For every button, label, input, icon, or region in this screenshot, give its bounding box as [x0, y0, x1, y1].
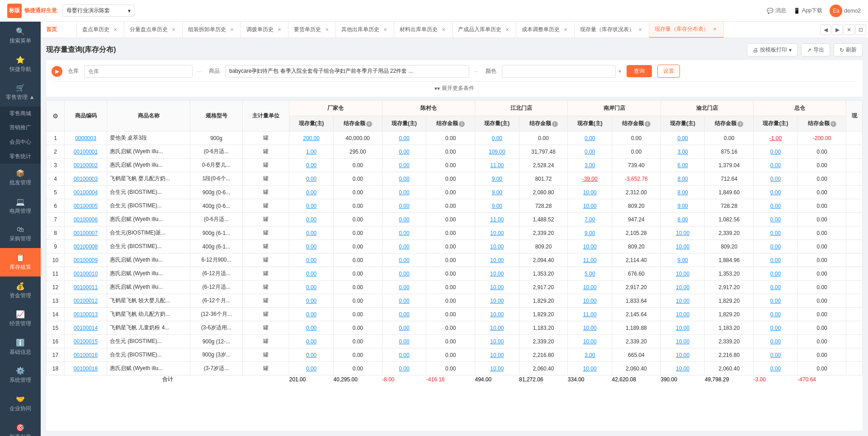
tab-prev-btn[interactable]: ◀	[820, 24, 831, 35]
row-code[interactable]: 00100002	[65, 159, 107, 172]
row-na-qty[interactable]: 0.00	[568, 131, 612, 145]
row-fj-qty[interactable]: 0.00	[289, 159, 334, 172]
row-jb-qty[interactable]: 10.00	[475, 294, 519, 308]
sidebar-item-search[interactable]: 🔍 搜索英单	[0, 22, 41, 50]
refresh-btn[interactable]: ↻ 刷新	[834, 43, 863, 56]
row-fj-qty[interactable]: 0.00	[289, 348, 334, 362]
tab-transfer[interactable]: 调拨单历史 ✕	[241, 22, 288, 38]
app-download-btn[interactable]: 📱 App下载	[793, 7, 822, 14]
info-zc-icon[interactable]: i	[830, 121, 836, 127]
row-jb-qty[interactable]: 0.00	[475, 131, 519, 145]
warehouse-dots[interactable]: ···	[195, 68, 203, 75]
row-cc-qty[interactable]: 0.00	[382, 267, 426, 281]
row-yb-qty[interactable]: 10.00	[660, 267, 705, 281]
row-yb-qty[interactable]: 10.00	[660, 362, 705, 375]
row-jb-qty[interactable]: 10.00	[475, 253, 519, 267]
tab-menu-btn[interactable]: ⊡	[855, 24, 866, 35]
tab-close-icon[interactable]: ✕	[637, 27, 643, 33]
sidebar-item-finance[interactable]: 💰 资金管理	[0, 277, 41, 305]
export-btn[interactable]: ↗ 导出	[801, 43, 830, 56]
row-cc-qty[interactable]: 0.00	[382, 308, 426, 321]
info-na-icon[interactable]: i	[645, 121, 651, 127]
row-cc-qty[interactable]: 0.00	[382, 131, 426, 145]
row-code[interactable]: 00100008	[65, 240, 107, 253]
row-cc-qty[interactable]: 0.00	[382, 294, 426, 308]
row-yb-qty[interactable]: 10.00	[660, 240, 705, 253]
filter-expand-row[interactable]: ▾▾ 展开更多条件	[52, 81, 857, 92]
row-jb-qty[interactable]: 10.00	[475, 267, 519, 281]
row-jb-qty[interactable]: 10.00	[475, 335, 519, 348]
row-yb-qty[interactable]: 3.00	[660, 145, 705, 159]
tab-close-icon[interactable]: ✕	[382, 27, 388, 33]
tab-split-count[interactable]: 分量盘点单历史 ✕	[124, 22, 183, 38]
search-btn[interactable]: 查询	[627, 65, 652, 77]
row-cc-qty[interactable]: 0.00	[382, 213, 426, 226]
row-na-qty[interactable]: 0.00	[568, 145, 612, 159]
sidebar-item-ops[interactable]: 📈 经营管理	[0, 305, 41, 333]
row-na-qty[interactable]: 10.00	[568, 240, 612, 253]
row-jb-qty[interactable]: 10.00	[475, 240, 519, 253]
row-yb-qty[interactable]: 8.00	[660, 186, 705, 199]
row-cc-qty[interactable]: 0.00	[382, 186, 426, 199]
row-code[interactable]: 00100010	[65, 267, 107, 281]
tab-assembly[interactable]: 组装拆卸单历史 ✕	[183, 22, 241, 38]
settings-icon[interactable]: ⚙	[52, 113, 58, 120]
tab-close-all-btn[interactable]: ✕	[844, 24, 854, 35]
row-yb-qty[interactable]: 6.00	[660, 159, 705, 172]
row-yb-qty[interactable]: 9.00	[660, 253, 705, 267]
row-zc-qty[interactable]: 0.00	[754, 348, 798, 362]
row-jb-qty[interactable]: 9.00	[475, 172, 519, 186]
tab-home[interactable]: 首页	[41, 22, 77, 38]
row-cc-qty[interactable]: 0.00	[382, 240, 426, 253]
tab-close-icon[interactable]: ✕	[229, 27, 235, 33]
goods-dots[interactable]: ···	[472, 68, 480, 75]
row-jb-qty[interactable]: 10.00	[475, 308, 519, 321]
tab-close-icon[interactable]: ✕	[712, 26, 718, 33]
tab-other-out[interactable]: 其他出库单历史 ✕	[336, 22, 394, 38]
row-fj-qty[interactable]: 0.00	[289, 321, 334, 335]
row-code[interactable]: 00100012	[65, 294, 107, 308]
row-fj-qty[interactable]: 200.00	[289, 131, 334, 145]
sidebar-item-ecommerce[interactable]: 💻 电商管理	[0, 192, 41, 220]
sidebar-item-retail-stat[interactable]: 零售统计	[0, 150, 41, 164]
row-cc-qty[interactable]: 0.00	[382, 199, 426, 213]
row-code[interactable]: 00100003	[65, 172, 107, 186]
row-zc-qty[interactable]: 0.00	[754, 308, 798, 321]
tab-close-icon[interactable]: ✕	[562, 27, 569, 33]
row-jb-qty[interactable]: 11.00	[475, 213, 519, 226]
row-fj-qty[interactable]: 0.00	[289, 226, 334, 240]
row-na-qty[interactable]: 10.00	[568, 321, 612, 335]
row-zc-qty[interactable]: 0.00	[754, 362, 798, 375]
row-yb-qty[interactable]: 8.00	[660, 213, 705, 226]
row-zc-qty[interactable]: -1.00	[754, 131, 798, 145]
filter-expand-btn[interactable]: ▶	[52, 66, 62, 77]
sidebar-item-inventory[interactable]: 📋 库存核算	[0, 248, 41, 277]
row-zc-qty[interactable]: 0.00	[754, 294, 798, 308]
row-cc-qty[interactable]: 0.00	[382, 226, 426, 240]
row-na-qty[interactable]: 10.00	[568, 362, 612, 375]
row-na-qty[interactable]: 10.00	[568, 186, 612, 199]
row-fj-qty[interactable]: 0.00	[289, 281, 334, 294]
color-input[interactable]	[502, 65, 616, 78]
tab-stock-dist[interactable]: 现存量（库存分布表） ✕	[649, 22, 724, 38]
row-code[interactable]: 00100018	[65, 362, 107, 375]
sidebar-item-collab[interactable]: 🤝 企业协同	[0, 389, 41, 418]
row-cc-qty[interactable]: 0.00	[382, 253, 426, 267]
tab-material-out[interactable]: 材料出库单历史 ✕	[394, 22, 453, 38]
sidebar-item-member[interactable]: 会员中心	[0, 135, 41, 150]
message-btn[interactable]: 💬 消息	[767, 7, 786, 14]
row-yb-qty[interactable]: 10.00	[660, 294, 705, 308]
row-code[interactable]: 00100011	[65, 281, 107, 294]
row-cc-qty[interactable]: 0.00	[382, 335, 426, 348]
row-jb-qty[interactable]: 9.00	[475, 199, 519, 213]
tab-close-icon[interactable]: ✕	[324, 27, 330, 33]
row-code[interactable]: 00100006	[65, 213, 107, 226]
info-yb-icon[interactable]: i	[737, 121, 743, 127]
row-fj-qty[interactable]: 1.00	[289, 145, 334, 159]
tab-close-icon[interactable]: ✕	[504, 27, 510, 33]
row-yb-qty[interactable]: 10.00	[660, 226, 705, 240]
row-cc-qty[interactable]: 0.00	[382, 321, 426, 335]
row-fj-qty[interactable]: 0.00	[289, 267, 334, 281]
tab-requisition[interactable]: 要货单历史 ✕	[288, 22, 336, 38]
row-yb-qty[interactable]: 10.00	[660, 281, 705, 294]
